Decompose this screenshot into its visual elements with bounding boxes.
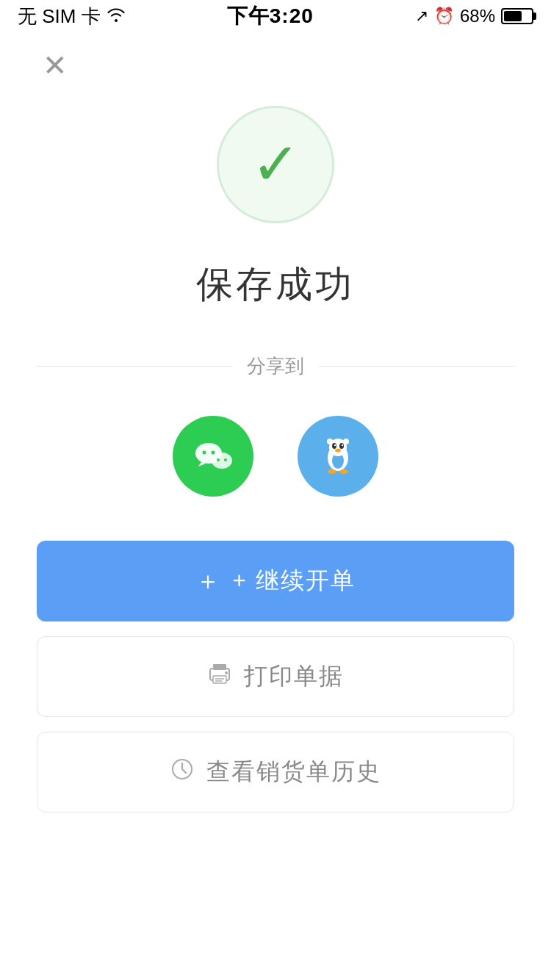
continue-button[interactable]: ＋ + 继续开单 xyxy=(37,541,514,621)
svg-point-3 xyxy=(211,450,215,454)
svg-point-2 xyxy=(202,450,206,454)
status-left: 无 SIM 卡 xyxy=(18,4,126,29)
location-icon: ↗ xyxy=(415,7,428,26)
svg-point-14 xyxy=(328,469,336,474)
print-button-label: 打印单据 xyxy=(244,660,344,693)
svg-point-10 xyxy=(339,443,344,449)
svg-point-4 xyxy=(217,458,220,461)
success-title: 保存成功 xyxy=(196,260,355,309)
svg-point-12 xyxy=(342,444,343,446)
action-buttons: ＋ + 继续开单 打印单据 xyxy=(37,541,514,813)
print-button[interactable]: 打印单据 xyxy=(37,636,514,717)
svg-point-5 xyxy=(224,458,227,461)
qq-share-button[interactable] xyxy=(298,416,378,497)
status-right: ↗ ⏰ 68% xyxy=(415,6,533,26)
checkmark-icon: ✓ xyxy=(251,135,300,194)
continue-button-label: + 继续开单 xyxy=(232,565,356,597)
wechat-icon xyxy=(190,433,237,480)
svg-rect-19 xyxy=(213,664,226,670)
svg-point-9 xyxy=(332,443,336,449)
battery-icon xyxy=(501,8,533,24)
svg-point-1 xyxy=(212,453,232,469)
share-divider: 分享到 xyxy=(37,353,514,379)
history-icon xyxy=(170,757,195,788)
svg-point-23 xyxy=(225,671,228,674)
wechat-share-button[interactable] xyxy=(173,416,253,497)
battery-percent: 68% xyxy=(460,6,495,26)
alarm-icon: ⏰ xyxy=(434,7,454,26)
svg-point-11 xyxy=(334,444,336,446)
close-button[interactable]: ✕ xyxy=(37,47,73,84)
no-sim-label: 无 SIM 卡 xyxy=(18,4,101,29)
history-button-label: 查看销货单历史 xyxy=(206,756,381,788)
status-bar: 无 SIM 卡 下午3:20 ↗ ⏰ 68% xyxy=(0,0,551,32)
svg-point-13 xyxy=(335,449,341,453)
wifi-icon xyxy=(107,6,126,26)
svg-point-16 xyxy=(327,439,333,444)
main-content: ✕ ✓ 保存成功 分享到 xyxy=(0,32,551,849)
svg-rect-20 xyxy=(213,676,226,683)
divider-line-left xyxy=(37,366,232,367)
share-icons-container xyxy=(173,416,378,497)
history-button[interactable]: 查看销货单历史 xyxy=(37,732,514,813)
plus-icon: ＋ xyxy=(195,564,220,598)
divider-line-right xyxy=(319,366,514,367)
status-time: 下午3:20 xyxy=(227,2,314,30)
svg-point-17 xyxy=(343,439,349,444)
qq-icon xyxy=(316,434,360,478)
svg-point-15 xyxy=(339,469,348,474)
print-icon xyxy=(207,661,232,692)
success-icon-circle: ✓ xyxy=(217,106,334,223)
share-label: 分享到 xyxy=(247,353,304,379)
close-icon: ✕ xyxy=(43,51,68,80)
